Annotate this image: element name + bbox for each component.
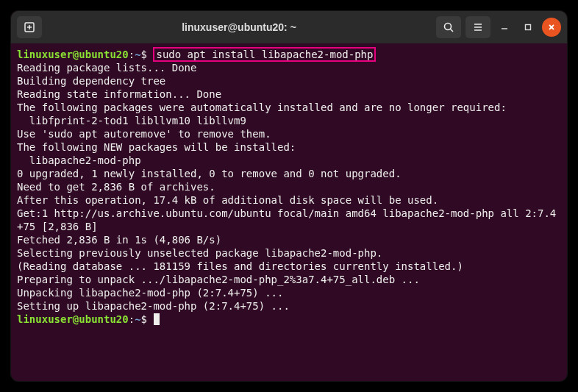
output-line: Building dependency tree	[17, 74, 561, 88]
titlebar: linuxuser@ubuntu20: ~	[11, 11, 567, 43]
output-line: Use 'sudo apt autoremove' to remove them…	[17, 127, 561, 140]
output-line: Preparing to unpack .../libapache2-mod-p…	[17, 273, 561, 286]
output-line: Need to get 2,836 B of archives.	[17, 180, 561, 193]
svg-line-4	[451, 29, 454, 32]
output-line: The following packages were automaticall…	[17, 101, 561, 114]
output-line: libfprint-2-tod1 libllvm10 libllvm9	[17, 114, 561, 127]
menu-button[interactable]	[465, 16, 490, 38]
window-title: linuxuser@ubuntu20: ~	[46, 21, 432, 33]
prompt-path: ~	[135, 313, 140, 325]
output-line: Get:1 http://us.archive.ubuntu.com/ubunt…	[17, 207, 561, 233]
prompt-dollar: $	[141, 313, 154, 325]
prompt-sep: :	[129, 49, 135, 60]
search-button[interactable]	[436, 16, 461, 38]
output-line: Setting up libapache2-mod-php (2:7.4+75)…	[17, 299, 561, 313]
prompt-path: ~	[135, 49, 140, 60]
new-tab-button[interactable]	[17, 16, 42, 38]
close-button[interactable]	[542, 18, 561, 37]
svg-rect-9	[526, 25, 531, 30]
output-line: 0 upgraded, 1 newly installed, 0 to remo…	[17, 167, 561, 180]
maximize-button[interactable]	[518, 18, 538, 37]
highlighted-command: sudo apt install libapache2-mod-php	[153, 47, 376, 62]
output-line: Reading state information... Done	[17, 88, 561, 101]
cursor	[154, 313, 160, 325]
output-line: Unpacking libapache2-mod-php (2:7.4+75) …	[17, 286, 561, 299]
output-line: libapache2-mod-php	[17, 154, 561, 167]
prompt-sep: :	[129, 313, 135, 325]
output-line: (Reading database ... 181159 files and d…	[17, 260, 561, 273]
output-line: The following NEW packages will be insta…	[17, 140, 561, 154]
prompt-user: linuxuser@ubuntu20	[17, 49, 129, 60]
prompt-dollar: $	[141, 49, 154, 60]
terminal-window: linuxuser@ubuntu20: ~	[11, 11, 567, 381]
svg-point-3	[445, 24, 452, 30]
terminal-content[interactable]: linuxuser@ubuntu20:~$ sudo apt install l…	[11, 43, 567, 330]
output-line: Reading package lists... Done	[17, 61, 561, 74]
output-line: Selecting previously unselected package …	[17, 246, 561, 260]
prompt-user: linuxuser@ubuntu20	[17, 313, 129, 325]
output-line: After this operation, 17.4 kB of additio…	[17, 193, 561, 207]
minimize-button[interactable]	[495, 18, 514, 37]
output-line: Fetched 2,836 B in 1s (4,806 B/s)	[17, 233, 561, 246]
